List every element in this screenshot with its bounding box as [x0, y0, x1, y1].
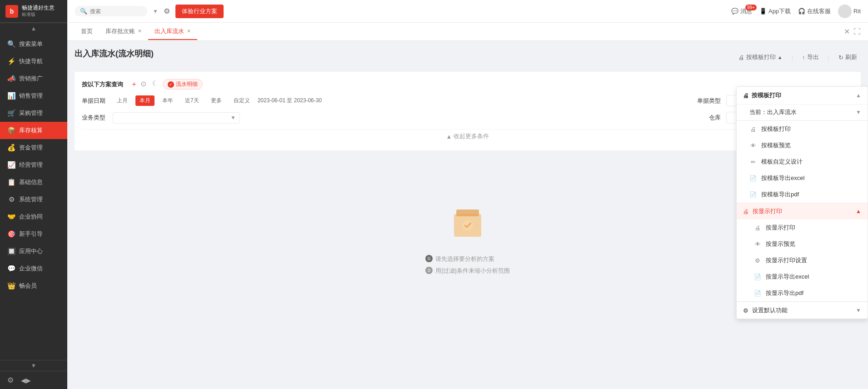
trial-button[interactable]: 体验行业方案	[175, 5, 224, 18]
dp-current[interactable]: 当前：出入库流水 ▼	[737, 105, 868, 120]
sidebar-item-label: 资金管理	[19, 144, 43, 152]
sidebar-item-label: 新手引导	[19, 230, 43, 238]
print-icon: 🖨	[738, 54, 744, 61]
dp-current-arrow-icon: ▼	[856, 109, 861, 115]
clipboard-icon: 📋	[7, 178, 15, 186]
dp-footer[interactable]: ⚙ 设置默认功能 ▼	[737, 302, 868, 319]
close-all-tabs-icon[interactable]: ✕	[844, 27, 850, 36]
messages-item[interactable]: 💬 消息 99+	[731, 7, 752, 15]
logo-name: 畅捷通好生意	[22, 5, 55, 12]
search-chevron-icon[interactable]: ▼	[153, 8, 158, 15]
empty-tip-1: ① 请先选择要分析的方案	[425, 255, 509, 263]
business-type-input[interactable]	[117, 115, 230, 121]
refresh-icon: ↻	[838, 54, 843, 61]
filter-actions: ＋ ⊙ 《	[130, 80, 155, 89]
dp-section-display[interactable]: 🖨 按显示打印 ▲	[737, 203, 868, 219]
sidebar-item-finance[interactable]: 💰 资金管理	[0, 139, 67, 156]
warehouse-label: 仓库	[709, 114, 721, 122]
date-btn-7days[interactable]: 近7天	[181, 95, 203, 106]
export-button[interactable]: ↑ 导出	[798, 51, 823, 63]
excel-icon-2: 📄	[754, 273, 761, 280]
voucher-type-label: 单据类型	[697, 97, 721, 105]
online-service-item[interactable]: 🎧 在线客服	[798, 7, 831, 15]
sidebar-item-wechat[interactable]: 💬 企业微信	[0, 260, 67, 277]
user-profile[interactable]: Rit	[838, 5, 861, 18]
topbar: 🔍 ▼ ⚙ 体验行业方案 💬 消息 99+ 📱 App下载 🎧 在线客服	[67, 0, 868, 23]
tabbar-right: ✕ ⛶	[844, 27, 861, 36]
sidebar-settings-icon[interactable]: ⚙	[7, 376, 14, 384]
date-btn-custom[interactable]: 自定义	[229, 95, 254, 106]
megaphone-icon: 📣	[7, 75, 15, 83]
sidebar-item-appcenter[interactable]: 🔲 应用中心	[0, 243, 67, 260]
dp-section-label: 按显示打印	[753, 207, 782, 215]
print-template-button[interactable]: 🖨 按模板打印 ▲	[735, 51, 786, 63]
filter-settings-icon[interactable]: ⊙	[140, 80, 146, 89]
dp-sub-display-pdf[interactable]: 📄 按显示导出pdf	[737, 285, 868, 301]
sidebar-item-purchase[interactable]: 🛒 采购管理	[0, 105, 67, 122]
dp-item-label-0: 按模板打印	[761, 125, 791, 133]
date-btn-more[interactable]: 更多	[207, 95, 226, 106]
crown-icon: 👑	[7, 282, 15, 290]
tab-inventory-batch[interactable]: 库存批次账 ✕	[99, 24, 148, 40]
dp-sub-display-excel[interactable]: 📄 按显示导出excel	[737, 269, 868, 285]
sidebar-collapse-icon[interactable]: ◀▶	[21, 377, 31, 384]
tip-num-2: ②	[425, 267, 433, 274]
date-range: 2023-06-01 至 2023-06-30	[258, 97, 322, 105]
svg-point-2	[462, 220, 473, 231]
dp-item-template-preview[interactable]: 👁 按模板预览	[737, 137, 868, 154]
sidebar-item-system[interactable]: ⚙ 系统管理	[0, 191, 67, 208]
date-btn-this-year[interactable]: 本年	[158, 95, 177, 106]
default-settings-icon: ⚙	[743, 307, 748, 314]
date-btn-this-month[interactable]: 本月	[135, 95, 155, 106]
app-download-item[interactable]: 📱 App下载	[759, 7, 791, 15]
chart-icon: 📊	[7, 92, 15, 100]
dp-sub-label-4: 按显示导出pdf	[766, 289, 803, 297]
topbar-settings-icon[interactable]: ⚙	[164, 7, 170, 15]
sidebar-item-sales[interactable]: 📊 销售管理	[0, 87, 67, 105]
date-btn-last-month[interactable]: 上月	[113, 95, 132, 106]
sidebar-scroll-up[interactable]: ▲	[0, 23, 67, 34]
tab-home[interactable]: 首页	[75, 24, 99, 40]
sidebar-item-basic[interactable]: 📋 基础信息	[0, 174, 67, 191]
export-label: 导出	[807, 53, 819, 61]
maximize-icon[interactable]: ⛶	[853, 28, 861, 36]
close-tab-inventory-flow-icon[interactable]: ✕	[187, 28, 191, 34]
cart-icon: 🛒	[7, 109, 15, 117]
refresh-button[interactable]: ↻ 刷新	[835, 51, 861, 63]
dp-sub-label-2: 按显示打印设置	[766, 256, 807, 264]
topbar-search[interactable]: 🔍	[75, 6, 147, 16]
sidebar-item-guide[interactable]: 🎯 新手引导	[0, 225, 67, 243]
filter-collapse-icon[interactable]: 《	[149, 80, 155, 89]
sidebar-item-member[interactable]: 👑 畅会员	[0, 277, 67, 294]
dp-item-template-pdf[interactable]: 📄 按模板导出pdf	[737, 186, 868, 203]
sidebar-item-shortcut[interactable]: ⚡ 快捷导航	[0, 53, 67, 70]
sidebar-scroll-down[interactable]: ▼	[0, 360, 67, 371]
business-type-field[interactable]: ▼	[113, 112, 240, 124]
filter-add-icon[interactable]: ＋	[130, 80, 138, 89]
dp-header-up-icon[interactable]: ▲	[856, 92, 861, 99]
dp-sub-display-print[interactable]: 🖨 按显示打印	[737, 219, 868, 236]
tip-2-text: 用[过滤]条件来缩小分析范围	[435, 267, 509, 275]
settings-icon-2: ⚙	[754, 257, 761, 264]
dp-sub-display-settings[interactable]: ⚙ 按显示打印设置	[737, 252, 868, 269]
print-icon-1: 🖨	[749, 125, 757, 133]
sidebar-item-inventory[interactable]: 📦 库存核算	[0, 122, 67, 139]
dp-item-template-custom[interactable]: ✏ 模板自定义设计	[737, 154, 868, 170]
dp-sub-label-3: 按显示导出excel	[766, 273, 809, 281]
search-input[interactable]	[90, 8, 135, 15]
dp-item-template-excel[interactable]: 📄 按模板导出excel	[737, 170, 868, 186]
sidebar-item-enterprise[interactable]: 🤝 企业协同	[0, 208, 67, 225]
date-filter-label: 单据日期	[82, 97, 105, 105]
print-icon-2: 🖨	[754, 224, 761, 231]
dp-sub-label-1: 按显示预览	[766, 240, 795, 248]
dp-item-label-1: 按模板预览	[761, 141, 791, 150]
tab-inventory-flow[interactable]: 出入库流水 ✕	[148, 24, 197, 40]
sidebar-item-search[interactable]: 🔍 搜索菜单	[0, 35, 67, 53]
sidebar-item-operations[interactable]: 📈 经营管理	[0, 156, 67, 174]
dp-sub-display-preview[interactable]: 👁 按显示预览	[737, 236, 868, 252]
filter-title: 按以下方案查询	[82, 80, 123, 89]
close-tab-inventory-batch-icon[interactable]: ✕	[138, 28, 142, 34]
dp-item-template-print[interactable]: 🖨 按模板打印	[737, 121, 868, 137]
box-icon: 📦	[7, 126, 15, 135]
sidebar-item-marketing[interactable]: 📣 营销推广	[0, 70, 67, 87]
